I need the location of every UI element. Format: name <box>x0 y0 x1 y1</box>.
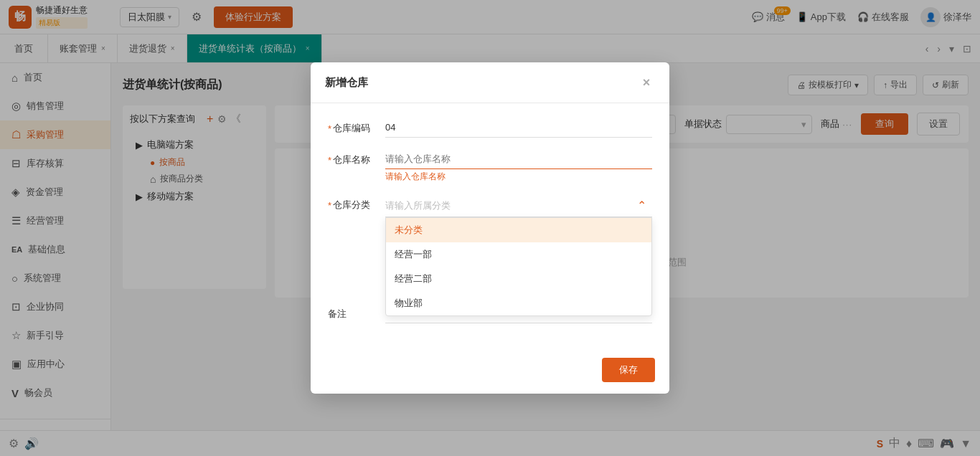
new-warehouse-modal: 新增仓库 × * 仓库编码 * 仓库名称 <box>311 62 669 394</box>
modal-header: 新增仓库 × <box>311 62 669 103</box>
code-row: * 仓库编码 <box>328 118 652 138</box>
modal-title: 新增仓库 <box>325 76 368 90</box>
code-label: * 仓库编码 <box>328 118 385 135</box>
code-input[interactable] <box>385 118 652 138</box>
category-row: * 仓库分类 请输入所属分类 ⌃ 未分类 经营一部 经营二部 物业部 <box>328 194 652 217</box>
modal-save-btn[interactable]: 保存 <box>602 358 655 382</box>
name-input[interactable] <box>385 149 652 169</box>
modal-footer: 保存 <box>311 349 669 394</box>
name-error-msg: 请输入仓库名称 <box>385 171 652 183</box>
dropdown-item-1[interactable]: 经营一部 <box>386 242 651 267</box>
name-label: * 仓库名称 <box>328 149 385 166</box>
modal-close-btn[interactable]: × <box>638 74 655 91</box>
category-up-arrow-icon: ⌃ <box>637 199 646 212</box>
category-label: * 仓库分类 <box>328 194 385 212</box>
category-input-box[interactable]: 请输入所属分类 ⌃ <box>385 194 652 217</box>
category-dropdown: 未分类 经营一部 经营二部 物业部 <box>385 217 652 316</box>
name-row: * 仓库名称 请输入仓库名称 <box>328 149 652 183</box>
dropdown-item-2[interactable]: 经营二部 <box>386 267 651 291</box>
dropdown-item-0[interactable]: 未分类 <box>386 218 651 242</box>
dropdown-item-3[interactable]: 物业部 <box>386 291 651 315</box>
modal-body: * 仓库编码 * 仓库名称 请输入仓库名称 <box>311 103 669 349</box>
remark-label: 备注 <box>328 303 385 320</box>
modal-overlay: 新增仓库 × * 仓库编码 * 仓库名称 <box>0 0 980 456</box>
